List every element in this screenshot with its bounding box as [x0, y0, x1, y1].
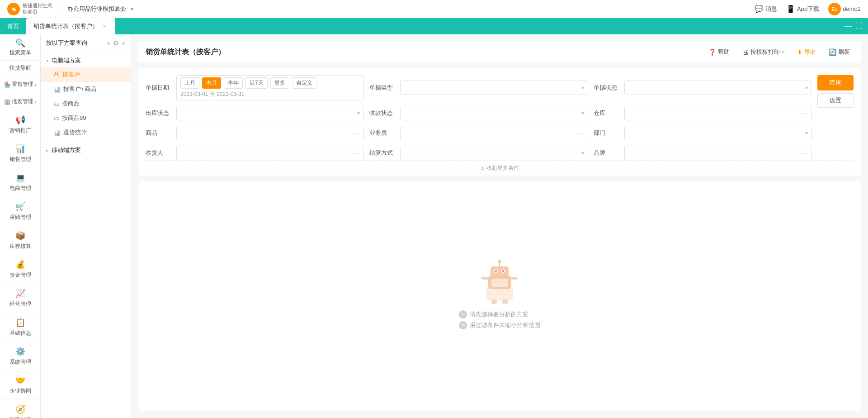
scheme-by-customer[interactable]: 按客户	[41, 67, 131, 82]
page-header-actions: ❓ 帮助 🖨 按模板打印 ▾ ⬇ 导出 🔄 刷新	[705, 46, 854, 58]
help-btn[interactable]: ❓ 帮助	[705, 46, 733, 58]
date-control[interactable]: 上月 本月 本年 近7天 更多 自定义 2023-03-01 至 2023-03…	[176, 75, 364, 100]
order-type-control[interactable]: ▾	[400, 81, 588, 95]
search-menu-btn[interactable]: 🔍 搜索菜单	[0, 34, 40, 61]
sidebar-item-ecom[interactable]: 💻 电商管理	[0, 168, 40, 197]
mobile-group-title[interactable]: ▸ 移动端方案	[41, 143, 131, 157]
sidebar-item-wholesale[interactable]: 🏢 批发管理 ▴	[0, 93, 40, 110]
department-label: 部门	[594, 129, 621, 137]
tab-maximize-icon[interactable]: ⛶	[855, 22, 863, 30]
date-btn-this-month[interactable]: 本月	[202, 77, 221, 89]
salesperson-control[interactable]: ···	[400, 126, 588, 140]
logo-area: 畅 畅捷通好生意 标签页	[7, 3, 52, 15]
sidebar-item-guide[interactable]: 🧭 新手引导	[0, 400, 40, 418]
left-panel-header: 按以下方案查询 + ⚙ «	[41, 34, 131, 52]
by-product99-label: 按商品99	[62, 114, 86, 122]
tab-minimize-icon[interactable]: —	[844, 22, 852, 30]
print-btn[interactable]: 🖨 按模板打印 ▾	[739, 46, 788, 58]
filter-department: 部门 ▾	[594, 126, 812, 140]
export-btn[interactable]: ⬇ 导出	[793, 46, 820, 58]
sidebar-item-purchase[interactable]: 🛒 采购管理	[0, 197, 40, 226]
brand-control[interactable]: ···	[624, 146, 812, 160]
order-status-control[interactable]: ▾	[624, 81, 812, 95]
sidebar-item-system[interactable]: ⚙️ 系统管理	[0, 342, 40, 371]
refresh-btn[interactable]: 🔄 刷新	[825, 46, 854, 58]
system-dropdown-icon[interactable]: ▾	[131, 6, 133, 12]
filter-payment-status: 收款状态 ▾	[369, 106, 588, 120]
tip-num-1: ①	[459, 310, 467, 318]
sidebar-item-marketing[interactable]: 📢 营销推广	[0, 110, 40, 139]
quick-nav-btn[interactable]: 快捷导航	[0, 61, 40, 76]
mobile-expand-icon: ▸	[46, 147, 49, 153]
settings-btn[interactable]: 设置	[817, 93, 854, 108]
sidebar-item-stock[interactable]: 📦 库存核算	[0, 226, 40, 255]
export-icon: ⬇	[797, 48, 802, 56]
product-control[interactable]: ···	[176, 126, 364, 140]
sidebar-item-sales[interactable]: 📊 销售管理	[0, 139, 40, 168]
date-label: 单据日期	[146, 84, 173, 92]
department-arrow: ▾	[805, 130, 808, 136]
date-btn-more[interactable]: 更多	[270, 77, 289, 89]
scheme-by-product99[interactable]: 🗂 按商品99	[41, 111, 131, 125]
system-title[interactable]: 办公用品行业模拟账套	[67, 5, 126, 13]
date-btn-custom[interactable]: 自定义	[292, 77, 316, 89]
sidebar: 🔍 搜索菜单 快捷导航 🏪 零售管理 ▴ 🏢 批发管理 ▴ 📢 营销推广 📊 销…	[0, 34, 41, 418]
tab-bar: 首页 销货单统计表（按客户） × — ⛶	[0, 18, 868, 34]
empty-robot-illustration	[472, 260, 527, 305]
scheme-return-stat[interactable]: 📊 退货统计	[41, 125, 131, 140]
page-header: 销货单统计表（按客户） ❓ 帮助 🖨 按模板打印 ▾ ⬇ 导出	[138, 42, 861, 62]
search-icon: 🔍	[15, 38, 25, 48]
sidebar-item-basic[interactable]: 📋 基础信息	[0, 313, 40, 342]
print-label: 按模板打印	[750, 48, 780, 56]
desktop-group: ▾ 电脑端方案 按客户 📊 按客户+商品 🗂 按商品	[41, 52, 131, 142]
by-customer-product-label: 按客户+商品	[63, 85, 96, 93]
payment-status-control[interactable]: ▾	[400, 106, 588, 120]
filter-salesperson: 业务员 ···	[369, 126, 588, 140]
date-btn-last7[interactable]: 近7天	[245, 77, 268, 89]
query-btn[interactable]: 查询	[817, 75, 854, 90]
filter-main: 单据日期 上月 本月 本年 近7天 更多 自定义	[146, 75, 812, 160]
user-area[interactable]: Ea demo2	[828, 3, 861, 15]
app-icon: 📱	[786, 5, 795, 13]
sidebar-item-finance[interactable]: 💰 资金管理	[0, 255, 40, 284]
app-download-btn[interactable]: 📱 App下载	[786, 5, 819, 13]
empty-tip-1: ① 请先选择要分析的方案	[459, 310, 540, 318]
filter-product: 商品 ···	[146, 126, 364, 140]
date-range-text: 2023-03-01 至 2023-03-31	[180, 90, 244, 98]
date-btn-last-month[interactable]: 上月	[180, 77, 199, 89]
collapse-panel-btn[interactable]: «	[122, 39, 125, 47]
department-control[interactable]: ▾	[624, 126, 812, 140]
tab-close-icon[interactable]: ×	[101, 23, 108, 30]
tab-home-label: 首页	[7, 22, 19, 30]
marketing-icon: 📢	[15, 115, 25, 125]
tab-sales-stat[interactable]: 销货单统计表（按客户） ×	[26, 18, 115, 34]
date-btn-this-year[interactable]: 本年	[224, 77, 243, 89]
return-stat-label: 退货统计	[63, 128, 87, 137]
stock-icon: 📦	[15, 231, 25, 241]
message-btn[interactable]: 💬 消息	[755, 5, 777, 13]
warehouse-label: 仓库	[594, 109, 621, 117]
empty-area: ① 请先选择要分析的方案 ② 用过滤条件来缩小分析范围	[138, 181, 861, 411]
brand-dots: ···	[800, 149, 808, 157]
sidebar-item-ops[interactable]: 📈 经营管理	[0, 284, 40, 313]
stock-status-control[interactable]: ▾	[176, 106, 364, 120]
settlement-control[interactable]: ▾	[400, 146, 588, 160]
settings-scheme-btn[interactable]: ⚙	[113, 39, 119, 47]
marketing-label: 营销推广	[9, 127, 31, 134]
payment-status-arrow: ▾	[581, 110, 584, 116]
order-type-label: 单据类型	[369, 84, 396, 92]
recipient-control[interactable]: ···	[176, 146, 364, 160]
sidebar-item-corp[interactable]: 🤝 企业协同	[0, 371, 40, 400]
scheme-by-customer-product[interactable]: 📊 按客户+商品	[41, 82, 131, 96]
user-name: demo2	[843, 5, 861, 12]
add-scheme-btn[interactable]: +	[107, 39, 110, 47]
scheme-by-product[interactable]: 🗂 按商品	[41, 96, 131, 111]
mobile-group: ▸ 移动端方案	[41, 142, 131, 159]
sidebar-item-retail[interactable]: 🏪 零售管理 ▴	[0, 76, 40, 93]
top-header: 畅 畅捷通好生意 标签页 办公用品行业模拟账套 ▾ 💬 消息 📱 App下载 E…	[0, 0, 868, 18]
warehouse-control[interactable]: ···	[624, 106, 812, 120]
tab-home[interactable]: 首页	[0, 18, 26, 34]
collapse-bar[interactable]: ∧ 收起更多条件	[146, 160, 854, 176]
tab-bar-actions: — ⛶	[844, 22, 868, 30]
desktop-group-title[interactable]: ▾ 电脑端方案	[41, 54, 131, 67]
